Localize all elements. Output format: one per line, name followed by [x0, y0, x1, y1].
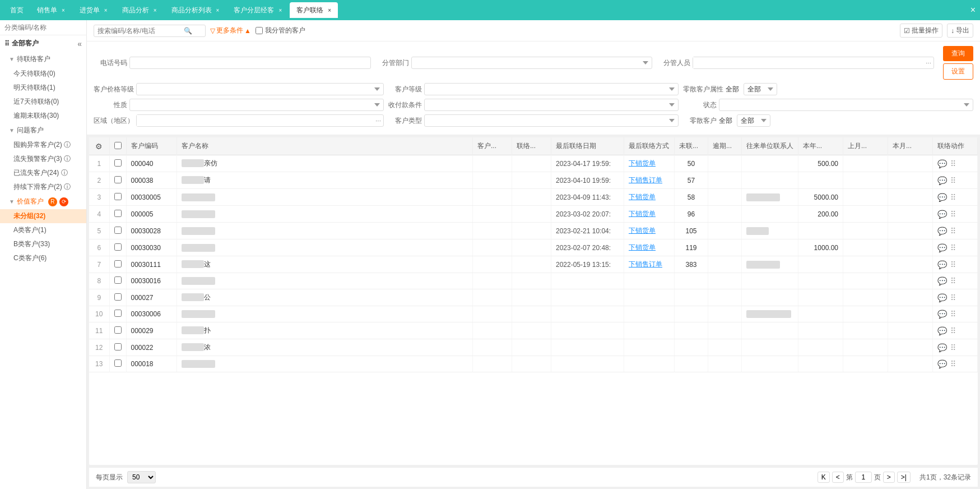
row-last-way[interactable] — [624, 306, 675, 322]
chat-icon[interactable]: 💬 — [937, 326, 947, 335]
sidebar-group-problem[interactable]: ▼ 问题客户 — [0, 123, 86, 138]
chat-icon[interactable]: 💬 — [937, 227, 947, 236]
menu-icon[interactable]: ⠿ — [950, 359, 956, 368]
sidebar-item-tomorrow[interactable]: 明天待联络(1) — [0, 81, 86, 95]
select-retail[interactable]: 全部 — [737, 114, 770, 127]
row-last-way[interactable]: 下销货单 — [624, 189, 675, 206]
page-size-select[interactable]: 50 100 200 — [127, 471, 156, 483]
menu-icon[interactable]: ⠿ — [950, 210, 956, 219]
menu-icon[interactable]: ⠿ — [950, 326, 956, 335]
sidebar-item-warning[interactable]: 流失预警客户(3) ⓘ — [0, 152, 86, 166]
th-last-date[interactable]: 最后联络日期 — [551, 137, 624, 155]
close-all-tabs[interactable]: × — [970, 5, 976, 15]
region-dots-btn[interactable]: ··· — [373, 117, 383, 124]
last-way-link[interactable]: 下销货单 — [629, 243, 656, 251]
sidebar-item-a-class[interactable]: A类客户(1) — [0, 223, 86, 237]
chat-icon[interactable]: 💬 — [937, 210, 947, 219]
input-phone[interactable] — [129, 57, 371, 69]
reset-button[interactable]: 设置 — [943, 63, 973, 80]
page-first-btn[interactable]: K — [818, 472, 830, 483]
select-customer-type[interactable] — [424, 114, 679, 127]
last-way-link[interactable]: 下销售订单 — [629, 260, 662, 268]
row-checkbox[interactable] — [114, 359, 122, 367]
page-next-btn[interactable]: > — [883, 472, 895, 483]
row-last-way[interactable]: 下销货单 — [624, 155, 675, 172]
sidebar-group-pending[interactable]: ▼ 待联络客户 — [0, 52, 86, 67]
input-manager[interactable] — [693, 57, 923, 68]
menu-icon[interactable]: ⠿ — [950, 243, 956, 252]
row-last-way[interactable]: 下销货单 — [624, 223, 675, 239]
chat-icon[interactable]: 💬 — [937, 159, 947, 168]
chat-icon[interactable]: 💬 — [937, 359, 947, 368]
th-overdue[interactable]: 逾期... — [708, 137, 742, 155]
select-price-level[interactable] — [136, 83, 384, 95]
close-tab-customer-tier[interactable]: × — [278, 7, 282, 13]
select-payment[interactable] — [424, 99, 679, 111]
sidebar-search-input[interactable] — [4, 24, 87, 31]
row-checkbox[interactable] — [114, 159, 122, 167]
my-customers-checkbox[interactable] — [256, 27, 263, 34]
menu-icon[interactable]: ⠿ — [950, 310, 956, 319]
row-checkbox[interactable] — [114, 343, 122, 350]
th-checkbox[interactable] — [109, 137, 126, 155]
chat-icon[interactable]: 💬 — [937, 193, 947, 202]
row-cb[interactable] — [109, 189, 126, 206]
row-last-way[interactable]: 下销售订单 — [624, 256, 675, 273]
row-checkbox[interactable] — [114, 260, 122, 267]
select-nature[interactable] — [129, 99, 384, 111]
export-btn[interactable]: ↓ 导出 — [947, 24, 973, 38]
select-dept[interactable] — [411, 57, 653, 69]
row-checkbox[interactable] — [114, 227, 122, 234]
chat-icon[interactable]: 💬 — [937, 276, 947, 285]
sidebar-item-b-class[interactable]: B类客户(33) — [0, 237, 86, 251]
row-checkbox[interactable] — [114, 243, 122, 251]
last-way-link[interactable]: 下销货单 — [629, 227, 656, 234]
sidebar-item-ungrouped[interactable]: 未分组(32) — [0, 209, 86, 223]
row-cb[interactable] — [109, 306, 126, 322]
nav-tab-purchase[interactable]: 进货单 × — [73, 2, 114, 18]
row-last-way[interactable] — [624, 356, 675, 372]
row-checkbox[interactable] — [114, 276, 122, 284]
th-partner[interactable]: 往来单位联系人 — [742, 137, 798, 155]
menu-icon[interactable]: ⠿ — [950, 293, 956, 302]
row-checkbox[interactable] — [114, 310, 122, 317]
chat-icon[interactable]: 💬 — [937, 260, 947, 269]
last-way-link[interactable]: 下销货单 — [629, 159, 656, 167]
select-status[interactable] — [719, 99, 973, 111]
th-contact[interactable]: 联络... — [512, 137, 551, 155]
chat-icon[interactable]: 💬 — [937, 343, 947, 352]
menu-icon[interactable]: ⠿ — [950, 159, 956, 168]
query-button[interactable]: 查询 — [943, 46, 973, 61]
select-retail-attr[interactable]: 全部 — [744, 83, 777, 95]
sidebar-item-today[interactable]: 今天待联络(0) — [0, 67, 86, 81]
row-checkbox[interactable] — [114, 193, 122, 200]
batch-operation-btn[interactable]: ☑ 批量操作 — [900, 24, 942, 38]
row-last-way[interactable]: 下销售订单 — [624, 172, 675, 189]
menu-icon[interactable]: ⠿ — [950, 276, 956, 285]
row-last-way[interactable] — [624, 289, 675, 306]
th-code[interactable]: 客户编码 — [126, 137, 177, 155]
page-input[interactable] — [855, 472, 872, 483]
row-cb[interactable] — [109, 356, 126, 372]
search-icon[interactable]: 🔍 — [184, 27, 192, 35]
row-cb[interactable] — [109, 206, 126, 223]
row-cb[interactable] — [109, 273, 126, 289]
th-thismonth[interactable]: 本月... — [888, 137, 933, 155]
sidebar-all-customers[interactable]: ⠿ 全部客户 « — [0, 35, 86, 52]
nav-tab-product-analysis[interactable]: 商品分析 × — [115, 2, 164, 18]
th-uncontact[interactable]: 未联... — [675, 137, 708, 155]
sidebar-item-7days[interactable]: 近7天待联络(0) — [0, 95, 86, 109]
th-type[interactable]: 客户... — [473, 137, 512, 155]
row-cb[interactable] — [109, 223, 126, 239]
chat-icon[interactable]: 💬 — [937, 310, 947, 319]
sidebar-item-lost[interactable]: 已流失客户(24) ⓘ — [0, 166, 86, 180]
menu-icon[interactable]: ⠿ — [950, 343, 956, 352]
row-cb[interactable] — [109, 322, 126, 339]
row-checkbox[interactable] — [114, 293, 122, 301]
more-conditions-btn[interactable]: ▽ 更多条件 ▲ — [210, 26, 251, 35]
row-last-way[interactable]: 下销货单 — [624, 206, 675, 223]
search-input[interactable] — [97, 27, 182, 35]
row-last-way[interactable]: 下销货单 — [624, 239, 675, 256]
select-all-checkbox[interactable] — [114, 142, 122, 149]
nav-tab-customer-tier[interactable]: 客户分层经客 × — [227, 2, 289, 18]
